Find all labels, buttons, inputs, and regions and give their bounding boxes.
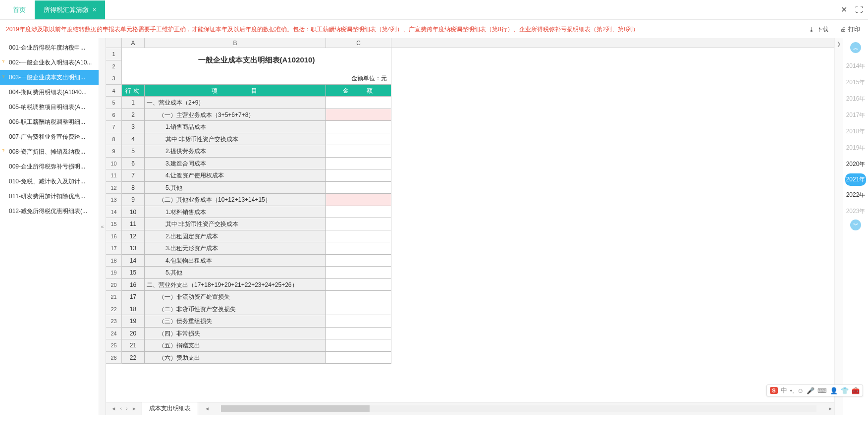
row-number[interactable]: 20 [106, 279, 122, 291]
row-number[interactable]: 10 [106, 158, 122, 170]
amount-cell[interactable] [326, 109, 391, 121]
fullscreen-icon[interactable]: ⛶ [855, 5, 863, 14]
row-number[interactable]: 19 [106, 267, 122, 279]
amount-cell[interactable] [326, 133, 391, 146]
hscroll-right-icon[interactable]: ► [826, 406, 834, 411]
sidebar-collapse-handle[interactable]: « [99, 38, 106, 415]
col-header-a[interactable]: A [122, 38, 145, 48]
row-number[interactable]: 2 [106, 60, 122, 73]
select-all-corner[interactable] [106, 38, 122, 48]
amount-cell[interactable] [326, 182, 391, 194]
row-number[interactable]: 25 [106, 339, 122, 352]
row-number[interactable]: 14 [106, 206, 122, 219]
sidebar-item-010[interactable]: 010-免税、减计收入及加计... [0, 174, 99, 189]
grid-body[interactable]: 12一般企业成本支出明细表(A102010)3金额单位：元4行次项 目金 额51… [106, 48, 834, 402]
sidebar-item-007[interactable]: 007-广告费和业务宣传费跨... [0, 129, 99, 144]
amount-cell[interactable] [326, 242, 391, 255]
year-scroll-down-icon[interactable]: ︾ [850, 220, 861, 230]
row-number[interactable]: 17 [106, 242, 122, 255]
ime-emoji-icon[interactable]: ☺ [797, 387, 804, 394]
ime-logo-icon[interactable]: S [770, 387, 777, 394]
sidebar-item-001[interactable]: 001-企业所得税年度纳税申... [0, 40, 99, 55]
row-number[interactable]: 18 [106, 255, 122, 267]
row-number[interactable]: 24 [106, 328, 122, 340]
nav-prev-icon[interactable]: ‹ [120, 406, 121, 411]
hscroll-left-icon[interactable]: ◄ [203, 406, 211, 411]
amount-cell[interactable] [326, 279, 391, 291]
sidebar-item-005[interactable]: 005-纳税调整项目明细表(A... [0, 100, 99, 114]
row-number[interactable]: 6 [106, 109, 122, 121]
row-number[interactable]: 26 [106, 352, 122, 364]
hscroll-thumb[interactable] [221, 405, 370, 412]
ime-voice-icon[interactable]: 🎤 [807, 387, 814, 394]
ime-lang[interactable]: 中 [781, 386, 787, 395]
col-header-b[interactable]: B [145, 38, 326, 48]
tab-home[interactable]: 首页 [4, 0, 35, 19]
sheet-tab-active[interactable]: 成本支出明细表 [142, 402, 198, 415]
amount-cell[interactable] [326, 291, 391, 303]
sidebar-item-009[interactable]: 009-企业所得税弥补亏损明... [0, 159, 99, 174]
amount-cell[interactable] [326, 352, 391, 364]
amount-cell[interactable] [326, 303, 391, 316]
amount-cell[interactable] [326, 315, 391, 328]
ime-skin-icon[interactable]: 👕 [841, 387, 849, 394]
download-button[interactable]: ⭳ 下载 [809, 25, 828, 34]
year-2022年[interactable]: 2022年 [843, 187, 868, 203]
ime-keyboard-icon[interactable]: ⌨ [817, 387, 827, 394]
amount-cell[interactable] [326, 339, 391, 352]
item-label: 一、营业成本（2+9） [145, 97, 326, 109]
print-button[interactable]: 🖨 打印 [840, 25, 860, 34]
nav-next-icon[interactable]: › [126, 406, 127, 411]
window-close-icon[interactable]: ✕ [841, 5, 847, 14]
close-icon[interactable]: × [93, 6, 96, 13]
row-number[interactable]: 15 [106, 218, 122, 230]
sidebar-item-011[interactable]: 011-研发费用加计扣除优惠... [0, 189, 99, 204]
tab-active[interactable]: 所得税汇算清缴 × [35, 0, 105, 19]
right-expand-strip[interactable]: ❯ [834, 38, 843, 415]
amount-cell[interactable] [326, 218, 391, 230]
sidebar-item-002[interactable]: ?002-一般企业收入明细表(A10... [0, 55, 99, 70]
row-number[interactable]: 4 [106, 85, 122, 97]
row-number[interactable]: 3 [106, 72, 122, 85]
row-number[interactable]: 11 [106, 169, 122, 182]
sidebar-item-006[interactable]: 006-职工薪酬纳税调整明细... [0, 114, 99, 129]
nav-first-icon[interactable]: ◄ [111, 406, 116, 411]
amount-cell[interactable] [326, 267, 391, 279]
row-number[interactable]: 5 [106, 97, 122, 109]
amount-cell[interactable] [326, 97, 391, 109]
row-number[interactable]: 23 [106, 315, 122, 328]
row-number[interactable]: 22 [106, 303, 122, 316]
row-number[interactable]: 21 [106, 291, 122, 303]
row-number[interactable]: 1 [106, 48, 122, 60]
ime-user-icon[interactable]: 👤 [830, 387, 838, 394]
sidebar-item-008[interactable]: ?008-资产折旧、摊销及纳税... [0, 144, 99, 159]
top-tab-bar: 首页 所得税汇算清缴 × ✕ ⛶ [0, 0, 868, 20]
amount-cell[interactable] [326, 169, 391, 182]
year-scroll-up-icon[interactable]: ︽ [850, 42, 861, 53]
row-number[interactable]: 13 [106, 194, 122, 206]
ime-toolbox-icon[interactable]: 🧰 [852, 387, 860, 394]
amount-cell[interactable] [326, 206, 391, 219]
amount-cell[interactable] [326, 328, 391, 340]
sidebar-item-012[interactable]: 012-减免所得税优惠明细表(... [0, 204, 99, 219]
sidebar-item-003[interactable]: ?003-一般企业成本支出明细... [0, 70, 99, 85]
item-label: （三）债务重组损失 [145, 315, 326, 328]
amount-cell[interactable] [326, 145, 391, 158]
row-number[interactable]: 7 [106, 121, 122, 133]
row-number[interactable]: 9 [106, 145, 122, 158]
amount-cell[interactable] [326, 121, 391, 133]
row-number[interactable]: 12 [106, 182, 122, 194]
amount-cell[interactable] [326, 194, 391, 206]
horizontal-scrollbar[interactable] [221, 405, 816, 412]
sidebar-item-004[interactable]: 004-期间费用明细表(A1040... [0, 85, 99, 100]
ime-punct-icon[interactable]: •, [790, 387, 794, 394]
col-header-c[interactable]: C [326, 38, 391, 48]
nav-last-icon[interactable]: ► [132, 406, 137, 411]
year-2021年[interactable]: 2021年 [845, 173, 866, 186]
amount-cell[interactable] [326, 230, 391, 243]
amount-cell[interactable] [326, 158, 391, 170]
amount-cell[interactable] [326, 255, 391, 267]
row-number[interactable]: 16 [106, 230, 122, 243]
row-number[interactable]: 8 [106, 133, 122, 146]
year-2020年[interactable]: 2020年 [843, 156, 868, 172]
